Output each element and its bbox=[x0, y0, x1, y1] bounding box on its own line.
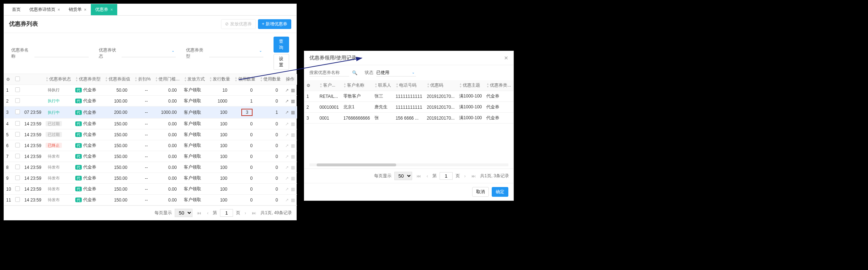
share-icon[interactable]: ↗ bbox=[285, 132, 289, 137]
close-icon[interactable]: × bbox=[84, 7, 86, 12]
add-coupon-button[interactable]: + 新增优惠券 bbox=[258, 19, 291, 29]
share-icon[interactable]: ↗ bbox=[285, 176, 289, 181]
col-use[interactable]: 使用数量 bbox=[263, 76, 281, 82]
prev-page-button[interactable]: ‹ bbox=[206, 211, 210, 216]
col-issue[interactable]: 发行数量 bbox=[213, 76, 230, 82]
col-threshold[interactable]: 使用门槛... bbox=[158, 76, 179, 82]
row-checkbox[interactable] bbox=[15, 186, 20, 191]
claim-cell[interactable]: 0 bbox=[232, 173, 258, 184]
table-row[interactable]: 200010001北京1唐先生111111111112019120170...满… bbox=[304, 102, 513, 113]
tab-优惠券[interactable]: 优惠券× bbox=[91, 4, 117, 15]
ok-button[interactable]: 确定 bbox=[492, 187, 508, 197]
col-code[interactable]: 优惠码 bbox=[430, 83, 443, 88]
row-checkbox[interactable] bbox=[15, 175, 20, 180]
horizontal-scrollbar[interactable] bbox=[309, 163, 508, 166]
modal-page-input[interactable] bbox=[440, 172, 453, 180]
tab-销货单[interactable]: 销货单× bbox=[64, 4, 91, 15]
col-cust[interactable]: 客户... bbox=[323, 83, 335, 88]
row-checkbox[interactable] bbox=[15, 132, 20, 137]
col-phone[interactable]: 电话号码 bbox=[399, 83, 416, 88]
col-mode[interactable]: 发放方式 bbox=[187, 76, 205, 82]
share-icon[interactable]: ↗ bbox=[285, 154, 289, 159]
row-checkbox[interactable] bbox=[15, 121, 20, 126]
table-row[interactable]: 614 23:59已终止代代金券150.00--0.00客户领取10000↗▦ bbox=[4, 140, 297, 151]
qrcode-icon[interactable]: ▦ bbox=[291, 143, 295, 148]
table-row[interactable]: 2执行中代代金券100.00--0.00客户领取100010↗▦ bbox=[4, 96, 297, 107]
col-status[interactable]: 优惠券状态 bbox=[49, 76, 71, 82]
distribute-button[interactable]: ⊘ 发放优惠券 bbox=[221, 19, 255, 29]
claim-count-highlight[interactable]: 3 bbox=[241, 109, 253, 116]
qrcode-icon[interactable]: ▦ bbox=[291, 198, 295, 203]
col-discount[interactable]: 折扣% bbox=[138, 76, 151, 82]
qrcode-icon[interactable]: ▦ bbox=[291, 110, 295, 115]
claim-cell[interactable]: 0 bbox=[232, 162, 258, 173]
table-row[interactable]: 714 23:59待发布代代金券150.00--0.00客户领取10000↗▦ bbox=[4, 151, 297, 162]
qrcode-icon[interactable]: ▦ bbox=[291, 132, 295, 137]
close-icon[interactable]: × bbox=[110, 7, 113, 12]
share-icon[interactable]: ↗ bbox=[285, 99, 289, 104]
share-icon[interactable]: ↗ bbox=[285, 121, 289, 126]
page-input[interactable] bbox=[220, 209, 233, 217]
table-row[interactable]: 814 23:59待发布代代金券150.00--0.00客户领取10000↗▦ bbox=[4, 162, 297, 173]
share-icon[interactable]: ↗ bbox=[285, 165, 289, 170]
coupon-name-input[interactable] bbox=[34, 50, 89, 57]
qrcode-icon[interactable]: ▦ bbox=[291, 165, 295, 170]
col-subject[interactable]: 优惠主题 bbox=[463, 83, 480, 88]
row-checkbox[interactable] bbox=[15, 165, 20, 169]
close-icon[interactable]: ✕ bbox=[504, 55, 508, 61]
claim-cell[interactable]: 0 bbox=[232, 119, 258, 129]
modal-first-page[interactable]: ⏮ bbox=[415, 174, 422, 179]
table-row[interactable]: 914 23:59待发布代代金券150.00--0.00客户领取10000↗▦ bbox=[4, 173, 297, 184]
table-row[interactable]: 1待执行代代金券50.00--0.00客户领取1000↗▦ bbox=[4, 85, 297, 96]
col-face[interactable]: 优惠券面值 bbox=[109, 76, 130, 82]
row-checkbox[interactable] bbox=[15, 87, 20, 92]
col-type[interactable]: 优惠券类型 bbox=[79, 76, 101, 82]
share-icon[interactable]: ↗ bbox=[285, 187, 289, 192]
query-button[interactable]: 查询 bbox=[274, 37, 289, 53]
close-icon[interactable]: × bbox=[58, 7, 60, 12]
next-page-button[interactable]: › bbox=[243, 211, 247, 216]
col-ctype[interactable]: 优惠券类... bbox=[490, 83, 511, 88]
filter-type[interactable]: 优惠券类型 ⌄ bbox=[186, 47, 263, 59]
table-row[interactable]: 414 23:59已过期代代金券150.00--0.00客户领取10000↗▦ bbox=[4, 119, 297, 129]
per-page-select[interactable]: 50 bbox=[175, 209, 192, 217]
modal-prev-page[interactable]: ‹ bbox=[425, 174, 429, 179]
select-all-checkbox[interactable] bbox=[15, 76, 20, 81]
qrcode-icon[interactable]: ▦ bbox=[291, 187, 295, 192]
col-claim[interactable]: 领用数量 bbox=[238, 76, 255, 82]
claim-cell[interactable]: 0 bbox=[232, 85, 258, 96]
table-row[interactable]: 1014 23:59待发布代代金券150.00--0.00客户领取10000↗▦ bbox=[4, 184, 297, 195]
first-page-button[interactable]: ⏮ bbox=[195, 211, 203, 216]
qrcode-icon[interactable]: ▦ bbox=[291, 154, 295, 159]
claim-cell[interactable]: 0 bbox=[232, 151, 258, 162]
filter-status[interactable]: 优惠券状态 ⌄ bbox=[99, 47, 176, 59]
coupon-status-select[interactable] bbox=[122, 50, 176, 57]
qrcode-icon[interactable]: ▦ bbox=[291, 176, 295, 181]
tab-首页[interactable]: 首页 bbox=[8, 4, 25, 15]
gear-icon[interactable]: ⚙ bbox=[306, 83, 310, 88]
modal-status-value[interactable] bbox=[376, 69, 416, 76]
share-icon[interactable]: ↗ bbox=[285, 198, 289, 203]
row-checkbox[interactable] bbox=[15, 109, 20, 114]
table-row[interactable]: 3000117666666666张156 6666 ...2019120170.… bbox=[304, 113, 513, 124]
row-checkbox[interactable] bbox=[15, 197, 20, 202]
row-checkbox[interactable] bbox=[15, 98, 20, 103]
share-icon[interactable]: ↗ bbox=[285, 110, 289, 115]
table-row[interactable]: 307 23:59执行中代代金券200.00--1000.00客户领取10031… bbox=[4, 107, 297, 119]
col-custname[interactable]: 客户名称 bbox=[347, 83, 364, 88]
settings-button[interactable]: 设置 bbox=[274, 54, 289, 70]
last-page-button[interactable]: ⏭ bbox=[250, 211, 258, 216]
share-icon[interactable]: ↗ bbox=[285, 143, 289, 148]
qrcode-icon[interactable]: ▦ bbox=[291, 121, 295, 126]
search-icon[interactable]: 🔍 bbox=[352, 70, 357, 75]
modal-last-page[interactable]: ⏭ bbox=[470, 174, 477, 179]
claim-cell[interactable]: 1 bbox=[232, 96, 258, 107]
gear-icon[interactable]: ⚙ bbox=[6, 77, 10, 82]
row-checkbox[interactable] bbox=[15, 154, 20, 158]
claim-cell[interactable]: 0 bbox=[232, 195, 258, 205]
share-icon[interactable]: ↗ bbox=[285, 88, 289, 93]
col-contact[interactable]: 联系人 bbox=[378, 83, 391, 88]
modal-per-page-select[interactable]: 50 bbox=[394, 172, 412, 180]
modal-status-select[interactable]: 状态 ⌄ bbox=[365, 69, 416, 76]
tab-优惠券详情页[interactable]: 优惠券详情页× bbox=[25, 4, 64, 15]
